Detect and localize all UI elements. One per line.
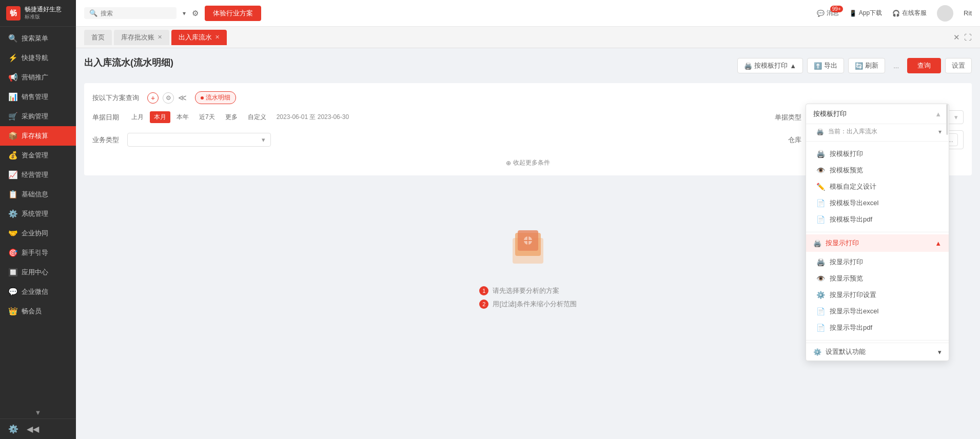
- tab-home-label: 首页: [91, 33, 105, 42]
- sidebar-item-vip[interactable]: 👑 畅会员: [0, 302, 76, 321]
- display-print-label: 按显示打印: [830, 257, 863, 267]
- topbar-industry-button[interactable]: 体验行业方案: [205, 6, 261, 21]
- tab-flow-close[interactable]: ✕: [215, 34, 220, 41]
- template-export-pdf-item[interactable]: 📄 按模板导出pdf: [806, 211, 949, 228]
- filter-active-tag[interactable]: 流水明细: [195, 91, 236, 104]
- action-more-button[interactable]: ...: [889, 59, 903, 72]
- template-print-item[interactable]: 🖨️ 按模板打印: [806, 146, 949, 162]
- scroll-bar: [946, 104, 949, 361]
- tabbar: 首页 库存批次账 ✕ 出入库流水 ✕ ✕ ⛶: [76, 27, 980, 48]
- topbar-search-input[interactable]: [101, 10, 171, 17]
- app-name: 畅捷通好生意: [25, 6, 62, 14]
- sidebar-item-system[interactable]: ⚙️ 系统管理: [0, 204, 76, 224]
- template-preview-item[interactable]: 👁️ 按模板预览: [806, 162, 949, 178]
- sidebar-settings-icon[interactable]: ⚙️: [8, 424, 18, 434]
- sidebar-scroll-down[interactable]: ▼: [0, 407, 76, 418]
- sidebar-item-operation[interactable]: 📈 经营管理: [0, 165, 76, 185]
- date-btn-last-month[interactable]: 上月: [127, 111, 148, 123]
- tab-home[interactable]: 首页: [84, 30, 112, 45]
- warehouse-label: 仓库: [788, 135, 801, 145]
- sidebar-item-basic[interactable]: 📋 基础信息: [0, 185, 76, 204]
- sidebar-collapse-icon[interactable]: ◀◀: [27, 424, 39, 434]
- filter-settings-button[interactable]: ⚙: [163, 92, 174, 104]
- tab-batch-close[interactable]: ✕: [158, 34, 162, 41]
- sidebar-item-app-center[interactable]: 🔲 应用中心: [0, 263, 76, 282]
- display-export-excel-item[interactable]: 📄 按显示导出excel: [806, 303, 949, 320]
- display-preview-item[interactable]: 👁️ 按显示预览: [806, 270, 949, 287]
- display-print-settings-icon: ⚙️: [816, 291, 825, 299]
- topbar-dropdown-arrow[interactable]: ▾: [183, 10, 186, 17]
- sidebar-item-label: 畅会员: [22, 307, 42, 316]
- sidebar-item-label: 经营管理: [22, 170, 48, 179]
- sidebar-item-wechat[interactable]: 💬 企业微信: [0, 282, 76, 302]
- sidebar-item-quick-nav[interactable]: ⚡ 快捷导航: [0, 48, 76, 68]
- display-print-section-header[interactable]: 🖨️ 按显示打印 ▲: [806, 234, 949, 252]
- refresh-button[interactable]: 🔄 刷新: [848, 58, 885, 73]
- tab-flow[interactable]: 出入库流水 ✕: [171, 30, 227, 45]
- print-button[interactable]: 🖨️ 按模板打印 ▲: [737, 58, 803, 73]
- display-export-pdf-icon: 📄: [816, 324, 825, 332]
- search-nav-icon: 🔍: [8, 34, 17, 43]
- date-filter: 上月 本月 本年 近7天 更多 自定义 2023-06-01 至 2023-06…: [127, 111, 349, 123]
- template-print-icon: 🖨️: [816, 150, 825, 158]
- sidebar-item-label: 采购管理: [22, 112, 48, 121]
- sidebar-item-sales[interactable]: 📊 销售管理: [0, 87, 76, 107]
- date-btn-current-month[interactable]: 本月: [150, 111, 170, 123]
- sidebar-item-marketing[interactable]: 📢 营销推广: [0, 68, 76, 87]
- topbar-user-avatar[interactable]: [937, 5, 953, 22]
- sidebar-item-inventory[interactable]: 📦 库存核算: [0, 126, 76, 146]
- topbar: 🔍 ▾ ⚙ 体验行业方案 💬 消息 99+ 📱 App下载 🎧 在线客服 Rit: [76, 0, 980, 27]
- display-print-section: 🖨️ 按显示打印 👁️ 按显示预览 ⚙️ 按显示打印设置 📄 按显示导出exce…: [806, 252, 949, 338]
- tabbar-close-icon[interactable]: ✕: [953, 33, 960, 42]
- tabbar-maximize-icon[interactable]: ⛶: [964, 33, 972, 42]
- empty-step-1: 1 请先选择要分析的方案: [479, 286, 576, 295]
- topbar-service-btn[interactable]: 🎧 在线客服: [892, 9, 927, 17]
- filter-add-button[interactable]: +: [147, 92, 159, 104]
- display-export-pdf-item[interactable]: 📄 按显示导出pdf: [806, 320, 949, 336]
- tab-batch[interactable]: 库存批次账 ✕: [114, 30, 169, 45]
- step-num-2: 2: [479, 300, 488, 309]
- quick-nav-icon: ⚡: [8, 53, 17, 63]
- print-dropdown-footer[interactable]: ⚙️ 设置默认功能 ▾: [806, 343, 949, 361]
- topbar-search-box[interactable]: 🔍: [84, 7, 177, 19]
- sidebar-item-cooperation[interactable]: 🤝 企业协同: [0, 224, 76, 243]
- settings-button[interactable]: 设置: [945, 58, 972, 73]
- topbar-settings-icon[interactable]: ⚙: [192, 9, 199, 18]
- display-print-section-icon: 🖨️: [813, 240, 821, 247]
- display-preview-label: 按显示预览: [830, 274, 863, 283]
- date-btn-current-year[interactable]: 本年: [172, 111, 193, 123]
- template-export-excel-item[interactable]: 📄 按模板导出excel: [806, 195, 949, 211]
- print-dropdown-header: 按模板打印 ▲: [806, 104, 949, 124]
- vip-icon: 👑: [8, 307, 17, 316]
- operation-icon: 📈: [8, 170, 17, 179]
- export-button[interactable]: ⬆️ 导出: [807, 58, 844, 73]
- export-icon: ⬆️: [814, 62, 822, 70]
- display-print-settings-item[interactable]: ⚙️ 按显示打印设置: [806, 287, 949, 303]
- date-btn-more[interactable]: 更多: [221, 111, 242, 123]
- query-button[interactable]: 查询: [907, 58, 941, 73]
- biz-type-select[interactable]: ▾: [127, 133, 271, 147]
- filter-collapse-button[interactable]: ≪: [178, 93, 187, 103]
- display-print-section-label: 按显示打印: [826, 238, 859, 248]
- content-area: 出入库流水(流水明细) 🖨️ 按模板打印 ▲ ⬆️ 导出 🔄 刷新 ... 查询…: [76, 48, 980, 439]
- sidebar-item-purchase[interactable]: 🛒 采购管理: [0, 107, 76, 126]
- template-custom-icon: ✏️: [816, 183, 825, 191]
- print-dropdown-collapse-arrow[interactable]: ▲: [935, 110, 942, 118]
- template-export-excel-icon: 📄: [816, 199, 825, 207]
- step-num-1: 1: [479, 286, 488, 295]
- print-label: 按模板打印: [754, 61, 788, 70]
- topbar-app-download-btn[interactable]: 📱 App下载: [849, 9, 882, 17]
- date-label: 单据日期: [92, 113, 119, 122]
- inventory-icon: 📦: [8, 131, 17, 141]
- footer-settings-label: 设置默认功能: [826, 347, 866, 356]
- date-btn-custom[interactable]: 自定义: [244, 111, 270, 123]
- date-btn-last-7-days[interactable]: 近7天: [195, 111, 219, 123]
- sidebar-item-finance[interactable]: 💰 资金管理: [0, 146, 76, 165]
- topbar-message-btn[interactable]: 💬 消息 99+: [817, 9, 839, 17]
- display-print-item[interactable]: 🖨️ 按显示打印: [806, 254, 949, 270]
- sidebar-item-search[interactable]: 🔍 搜索菜单: [0, 29, 76, 48]
- footer-arrow: ▾: [938, 348, 942, 356]
- basic-icon: 📋: [8, 190, 17, 199]
- template-custom-item[interactable]: ✏️ 模板自定义设计: [806, 178, 949, 195]
- sidebar-item-guide[interactable]: 🎯 新手引导: [0, 243, 76, 263]
